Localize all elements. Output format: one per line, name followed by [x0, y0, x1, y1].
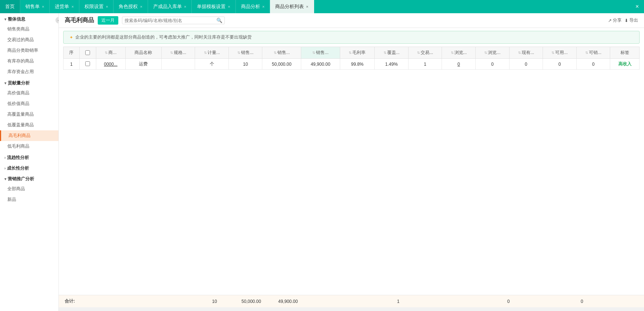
footer-sales3: 49,900.00	[273, 299, 303, 304]
sort-icon-spec: ⇅	[170, 51, 173, 55]
col-browse2[interactable]: ⇅浏览...	[476, 47, 510, 59]
sidebar-group-growth[interactable]: › 成长性分析	[0, 162, 58, 173]
col-transactions[interactable]: ⇅交易...	[408, 47, 442, 59]
col-saleable[interactable]: ⇅可销...	[576, 47, 610, 59]
col-tag: 标签	[610, 47, 640, 59]
cell-checkbox[interactable]	[79, 59, 96, 70]
sidebar-group-trend[interactable]: › 流趋性分析	[0, 152, 58, 162]
nav-analysis-list-close[interactable]: ×	[306, 4, 308, 9]
col-current[interactable]: ⇅现有...	[509, 47, 543, 59]
cell-spec	[161, 59, 195, 70]
sidebar-item-stocked-goods[interactable]: 有库存的商品	[0, 56, 58, 66]
arrow-growth: ›	[4, 166, 6, 170]
col-spec[interactable]: ⇅规格...	[161, 47, 195, 59]
sidebar-item-traded-goods[interactable]: 交易过的商品	[0, 35, 58, 45]
cell-sales2: 50,000.00	[262, 59, 301, 70]
nav-analysis-close[interactable]: ×	[262, 4, 265, 9]
export-btn[interactable]: ⬇ 导出	[625, 17, 638, 23]
nav-instock[interactable]: 产成品入库单 ×	[148, 0, 192, 13]
sort-icon-sales1: ⇅	[237, 51, 240, 55]
search-icon[interactable]: 🔍	[216, 18, 222, 23]
share-icon: ↗	[608, 18, 612, 23]
filter-recent-month-btn[interactable]: 近一月	[98, 16, 118, 25]
nav-home[interactable]: 首页	[0, 0, 20, 13]
arrow-overview: ▾	[4, 17, 6, 21]
col-sales3[interactable]: ⇅销售...	[301, 47, 340, 59]
footer-sales2: 50,000.00	[237, 299, 266, 304]
sidebar-item-all-goods[interactable]: 全部商品	[0, 184, 58, 194]
nav-analysis-list[interactable]: 商品分析列表 ×	[270, 0, 314, 13]
nav-instock-close[interactable]: ×	[184, 4, 186, 9]
cell-saleable: 0	[576, 59, 610, 70]
col-checkbox[interactable]	[79, 47, 96, 59]
nav-permission[interactable]: 权限设置 ×	[79, 0, 114, 13]
sidebar-group-marketing[interactable]: ▾ 营销推广分析	[0, 173, 58, 184]
arrow-contribution: ▾	[4, 81, 6, 85]
sort-icon-sales3: ⇅	[312, 51, 315, 55]
cell-browse2: 0	[476, 59, 510, 70]
nav-purchase[interactable]: 进货单 ×	[50, 0, 79, 13]
sidebar-item-stock-capital[interactable]: 库存资金占用	[0, 66, 58, 77]
cell-seq: 1	[64, 59, 80, 70]
cell-code[interactable]: 0000...	[96, 59, 126, 70]
sidebar-item-low-value[interactable]: 低价值商品	[0, 98, 58, 109]
content-title: 高毛利商品	[65, 17, 94, 24]
info-banner: ✦ 企业的主要的利润都是这部分商品创造的，可考虑加大推广，同时关注库存是不要出现…	[63, 31, 640, 44]
col-available[interactable]: ⇅可用...	[543, 47, 577, 59]
cell-available: 0	[543, 59, 577, 70]
col-unit[interactable]: ⇅计量...	[195, 47, 229, 59]
col-sales1[interactable]: ⇅销售...	[229, 47, 262, 59]
nav-sales-close[interactable]: ×	[42, 4, 44, 9]
nav-role-close[interactable]: ×	[140, 4, 142, 9]
sidebar-item-high-margin[interactable]: 高毛利商品	[0, 130, 58, 141]
select-all-checkbox[interactable]	[85, 50, 90, 55]
cell-current: 0	[509, 59, 543, 70]
nav-role[interactable]: 角色授权 ×	[114, 0, 148, 13]
sidebar: « ▾ 整体信息 销售类商品 交易过的商品 商品分类助销率 有库存的商品 库存资…	[0, 13, 59, 311]
horizontal-scrollbar[interactable]	[59, 307, 644, 311]
nav-purchase-close[interactable]: ×	[71, 4, 73, 9]
col-sales2[interactable]: ⇅销售...	[262, 47, 301, 59]
cell-name: 运费	[126, 59, 162, 70]
nav-permission-close[interactable]: ×	[106, 4, 108, 9]
close-window-btn[interactable]: ×	[630, 0, 644, 13]
export-icon: ⬇	[625, 18, 628, 23]
cell-gross-rate: 99.8%	[340, 59, 375, 70]
nav-template[interactable]: 单据模板设置 ×	[192, 0, 235, 13]
col-gross-rate[interactable]: ⇅毛利率	[340, 47, 375, 59]
col-browse1[interactable]: ⇅浏览...	[442, 47, 476, 59]
col-coverage[interactable]: ⇅覆盖...	[375, 47, 409, 59]
sidebar-group-overview[interactable]: ▾ 整体信息	[0, 13, 58, 24]
col-name[interactable]: 商品名称	[126, 47, 162, 59]
info-icon: ✦	[69, 35, 73, 40]
sort-icon-browse2: ⇅	[484, 51, 487, 55]
share-btn[interactable]: ↗ 分享	[608, 17, 622, 23]
table-row: 1 0000... 运费 个 10 50,000.00 49,900.00 99…	[64, 59, 640, 70]
sort-icon-current: ⇅	[518, 51, 521, 55]
footer-transactions: 1	[384, 299, 413, 304]
nav-sales[interactable]: 销售单 ×	[20, 0, 50, 13]
sidebar-item-high-coverage[interactable]: 高覆盖量商品	[0, 109, 58, 120]
search-input[interactable]	[125, 18, 216, 23]
cell-browse1[interactable]: 0	[442, 59, 476, 70]
row-checkbox[interactable]	[85, 61, 90, 66]
search-box: 🔍	[122, 17, 225, 24]
cell-coverage: 1.49%	[375, 59, 409, 70]
sidebar-item-low-margin[interactable]: 低毛利商品	[0, 141, 58, 152]
sidebar-item-sales-goods[interactable]: 销售类商品	[0, 24, 58, 35]
sidebar-item-new-goods[interactable]: 新品	[0, 194, 58, 205]
table-container[interactable]: 序 ⇅商... 商品名称 ⇅规格... ⇅计量... ⇅销售... ⇅销售...…	[59, 47, 644, 295]
sidebar-item-low-coverage[interactable]: 低覆盖量商品	[0, 120, 58, 130]
sidebar-item-category-rate[interactable]: 商品分类助销率	[0, 45, 58, 56]
sidebar-group-contribution[interactable]: ▾ 贡献量分析	[0, 77, 58, 88]
nav-template-close[interactable]: ×	[228, 4, 230, 9]
cell-sales1: 10	[229, 59, 262, 70]
nav-analysis[interactable]: 商品分析 ×	[236, 0, 270, 13]
sort-icon-coverage: ⇅	[384, 51, 386, 55]
col-code[interactable]: ⇅商...	[96, 47, 126, 59]
sort-icon-saleable: ⇅	[585, 51, 588, 55]
col-seq: 序	[64, 47, 80, 59]
sort-icon-gross: ⇅	[349, 51, 352, 55]
sidebar-item-high-value[interactable]: 高价值商品	[0, 88, 58, 98]
sort-icon-code: ⇅	[105, 51, 108, 55]
